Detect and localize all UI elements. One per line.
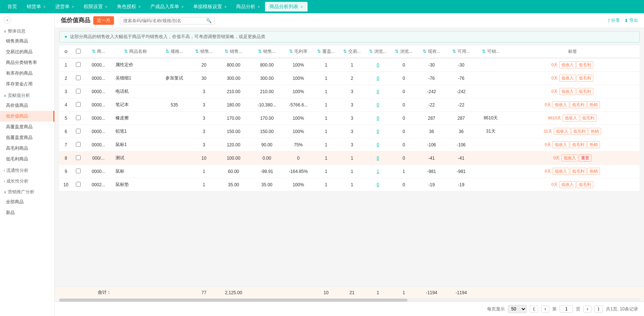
sidebar-group-contribution[interactable]: ∨ 贡献值分析	[0, 89, 54, 100]
view-link[interactable]: 0	[377, 89, 379, 94]
sidebar-item-high-value[interactable]: 高价值商品	[0, 100, 54, 111]
nav-close-analysis-list[interactable]: ×	[301, 4, 303, 9]
cell-checkbox[interactable]	[73, 98, 84, 112]
sidebar-item-high-coverage[interactable]: 高覆盖度商品	[0, 122, 54, 132]
nav-home[interactable]: 首页	[3, 2, 21, 11]
view-link[interactable]: 1	[377, 169, 379, 174]
col-sale-qty[interactable]: ⇅ 销售...	[191, 45, 217, 58]
sidebar-item-high-margin[interactable]: 高毛利商品	[0, 143, 54, 154]
current-page-input[interactable]	[560, 305, 573, 313]
col-spec[interactable]: ⇅ 规格...	[158, 45, 191, 58]
row-checkbox[interactable]	[76, 62, 81, 67]
row-checkbox[interactable]	[76, 182, 81, 187]
sidebar-collapse-btn[interactable]: «	[4, 16, 11, 24]
sidebar-item-category-sales[interactable]: 商品分类销售率	[0, 57, 54, 68]
select-all-checkbox[interactable]	[76, 49, 81, 54]
cell-checkbox[interactable]	[73, 72, 84, 85]
nav-purchase[interactable]: 进货单 ×	[51, 2, 78, 11]
row-checkbox[interactable]	[76, 115, 81, 120]
nav-template[interactable]: 单据模板设置 ×	[189, 2, 231, 11]
row-checkbox[interactable]	[76, 142, 81, 147]
cell-checkbox[interactable]	[73, 85, 84, 98]
sidebar-item-stocked-products[interactable]: 有库存的商品	[0, 68, 54, 79]
row-checkbox[interactable]	[76, 75, 81, 80]
sidebar-item-low-margin[interactable]: 低毛利商品	[0, 154, 54, 164]
cell-checkbox[interactable]	[73, 138, 84, 152]
filter-month-button[interactable]: 近一月	[93, 16, 114, 25]
view-link[interactable]: 0	[377, 156, 379, 161]
cell-checkbox[interactable]	[73, 125, 84, 138]
horizontal-scrollbar[interactable]	[59, 299, 640, 302]
sidebar-group-circulation[interactable]: › 流通性分析	[0, 164, 54, 175]
cell-checkbox[interactable]	[73, 112, 84, 125]
view-link[interactable]: 0	[377, 116, 379, 121]
view-link[interactable]: 0	[377, 76, 379, 81]
sidebar-item-sales-products[interactable]: 销售类商品	[0, 36, 54, 47]
cell-current: 36	[417, 125, 446, 138]
row-checkbox[interactable]	[76, 102, 81, 107]
col-code[interactable]: ⇅ 商...	[84, 45, 113, 58]
export-icon: ⬇	[624, 18, 628, 23]
cell-checkbox[interactable]	[73, 58, 84, 72]
col-trade[interactable]: ⇅ 交易...	[339, 45, 365, 58]
search-input[interactable]	[123, 18, 205, 23]
nav-close-roles[interactable]: ×	[138, 4, 141, 9]
main-content: 低价值商品 近一月 🔍 ⤴ 分享 ⬇ 导出 ✦ 这部分商品的销售收入大幅低于商品…	[55, 13, 644, 316]
nav-close-permissions[interactable]: ×	[105, 4, 107, 9]
view-link[interactable]: 0	[377, 129, 379, 134]
sidebar-item-low-coverage[interactable]: 低覆盖度商品	[0, 132, 54, 143]
first-page-button[interactable]: ⟨	[530, 305, 538, 313]
row-checkbox[interactable]	[76, 169, 81, 173]
view-link[interactable]: 0	[377, 182, 379, 187]
nav-close-sales[interactable]: ×	[43, 4, 46, 9]
view-link[interactable]: 0	[377, 142, 379, 147]
nav-product-analysis[interactable]: 商品分析 ×	[232, 2, 264, 11]
export-button[interactable]: ⬇ 导出	[624, 17, 638, 24]
cell-checkbox[interactable]	[73, 178, 84, 191]
last-page-button[interactable]: ⟩	[594, 305, 603, 313]
sidebar-group-growth[interactable]: › 成长性分析	[0, 175, 54, 186]
nav-analysis-list[interactable]: 商品分析列表 ×	[265, 2, 307, 11]
nav-close-product-stock[interactable]: ×	[181, 4, 184, 9]
cell-checkbox[interactable]	[73, 152, 84, 165]
next-page-button[interactable]: ›	[583, 305, 591, 313]
nav-close-template[interactable]: ×	[224, 4, 227, 9]
col-view2[interactable]: ⇅ 浏览...	[391, 45, 417, 58]
page-size-select[interactable]: 50 100	[508, 305, 527, 313]
cell-tags: 31天 低收入低毛利热销	[506, 125, 640, 138]
sidebar-item-stock-funds[interactable]: 库存资金占用	[0, 79, 54, 89]
sidebar-item-new-products[interactable]: 新品	[0, 207, 54, 218]
nav-close-analysis[interactable]: ×	[258, 4, 260, 9]
nav-product-stock[interactable]: 产成品入库单 ×	[146, 2, 188, 11]
share-button[interactable]: ⤴ 分享	[608, 17, 620, 24]
col-name[interactable]: ⇅ 商品名称	[113, 45, 158, 58]
col-available[interactable]: ⇅ 可用...	[446, 45, 476, 58]
col-sale-price[interactable]: ⇅ 销售...	[217, 45, 250, 58]
search-icon[interactable]: 🔍	[206, 18, 212, 23]
col-coverage[interactable]: ⇅ 覆盖...	[313, 45, 339, 58]
col-setting[interactable]: ⚙	[59, 45, 73, 58]
row-checkbox[interactable]	[76, 155, 81, 160]
col-current[interactable]: ⇅ 现有...	[417, 45, 446, 58]
view-link[interactable]: 0	[377, 102, 379, 108]
col-sale-amount[interactable]: ⇅ 销售...	[250, 45, 284, 58]
nav-permissions[interactable]: 权限设置 ×	[79, 2, 112, 11]
sidebar-item-traded-products[interactable]: 交易过的商品	[0, 47, 54, 57]
col-margin[interactable]: ⇅ 毛利率	[284, 45, 313, 58]
nav-close-purchase[interactable]: ×	[72, 4, 74, 9]
col-saleable[interactable]: ⇅ 可销...	[476, 45, 506, 58]
view-link[interactable]: 0	[377, 62, 379, 68]
prev-page-button[interactable]: ‹	[541, 305, 549, 313]
sidebar-group-marketing[interactable]: ∨ 营销推广分析	[0, 186, 54, 197]
sidebar-item-all-products[interactable]: 全部商品	[0, 197, 54, 207]
sidebar-group-overall[interactable]: ∨ 整体信息	[0, 25, 54, 36]
col-view1[interactable]: ⇅ 浏览...	[365, 45, 391, 58]
nav-roles[interactable]: 角色授权 ×	[113, 2, 145, 11]
cell-name: 吴细细1	[113, 72, 158, 85]
row-checkbox[interactable]	[76, 89, 81, 94]
nav-sales[interactable]: 销货单 ×	[22, 2, 50, 11]
col-checkbox[interactable]	[73, 45, 84, 58]
row-checkbox[interactable]	[76, 129, 81, 133]
cell-checkbox[interactable]	[73, 165, 84, 178]
sidebar-item-low-value[interactable]: 低价值商品	[0, 111, 54, 122]
